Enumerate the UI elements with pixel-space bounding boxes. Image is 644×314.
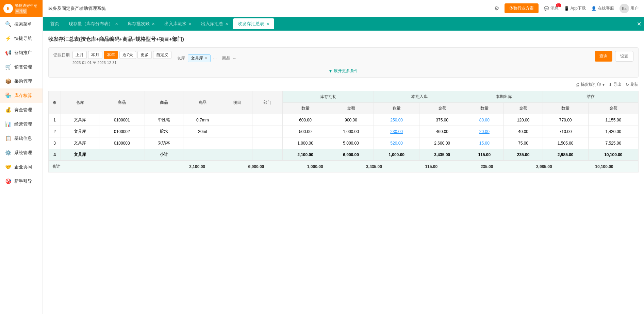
message-action[interactable]: 💬 消息 6 bbox=[544, 5, 559, 11]
quick-nav-icon: ⚡ bbox=[5, 35, 12, 42]
app-download-icon: 📱 bbox=[564, 6, 569, 11]
tab-home[interactable]: 首页 bbox=[46, 18, 64, 29]
cell-out_amt: 235.00 bbox=[504, 149, 543, 161]
tab-close-icon[interactable]: ✕ bbox=[152, 22, 155, 26]
sidebar-item-search[interactable]: 🔍 搜索菜单 bbox=[0, 17, 43, 31]
tab-close-icon[interactable]: ✕ bbox=[266, 22, 269, 26]
refresh-btn[interactable]: ↻ 刷新 bbox=[626, 82, 639, 87]
cell-out_qty[interactable]: 80.00 bbox=[465, 114, 504, 126]
main-area: 装备及固定资产辅助管理系统 ⚙ 体验行业方案 💬 消息 6 📱 App下载 👤 … bbox=[43, 0, 644, 314]
tab-flow[interactable]: 出入库流水 ✕ bbox=[160, 18, 196, 29]
product-more[interactable]: ··· bbox=[233, 56, 236, 61]
date-btn-7days[interactable]: 近7天 bbox=[119, 51, 136, 59]
date-btn-custom[interactable]: 自定义 bbox=[153, 51, 171, 59]
close-all-tabs-btn[interactable]: ✕ bbox=[637, 21, 641, 27]
warehouse-more[interactable]: ··· bbox=[213, 56, 217, 61]
date-btn-this-year[interactable]: 本年 bbox=[104, 51, 118, 59]
set-button[interactable]: 设置 bbox=[615, 51, 633, 62]
sidebar-item-label: 企业协同 bbox=[14, 164, 32, 170]
marketing-icon: 📢 bbox=[5, 50, 12, 56]
tab-close-icon[interactable]: ✕ bbox=[115, 22, 118, 26]
cell-closing_qty: 1,505.00 bbox=[543, 137, 588, 149]
date-btn-more[interactable]: 更多 bbox=[137, 51, 152, 59]
cell-in_qty[interactable]: 520.00 bbox=[374, 137, 419, 149]
query-button[interactable]: 查询 bbox=[595, 51, 612, 62]
sidebar-item-system[interactable]: ⚙️ 系统管理 bbox=[0, 146, 43, 160]
cell-closing_qty: 710.00 bbox=[543, 126, 588, 137]
sidebar-item-marketing[interactable]: 📢 营销推广 bbox=[0, 46, 43, 60]
footer-in-amt: 3,435.00 bbox=[366, 164, 382, 169]
logo-icon: 6 bbox=[3, 4, 13, 13]
avatar: Ea bbox=[620, 4, 629, 13]
sidebar-item-label: 搜索菜单 bbox=[14, 21, 32, 27]
sidebar-item-sales[interactable]: 🛒 销售管理 bbox=[0, 60, 43, 74]
cell-warehouse: 文具库 bbox=[61, 126, 99, 137]
sidebar-logo: 6 畅捷通好生意 标准版 bbox=[0, 0, 43, 17]
date-btn-last-month[interactable]: 上月 bbox=[72, 51, 87, 59]
online-service-label: 在线客服 bbox=[598, 5, 614, 11]
col-group-period-out: 本期出库 bbox=[465, 91, 543, 103]
col-opening-qty: 数量 bbox=[283, 103, 328, 114]
print-btn[interactable]: 🖨 拣货版打印 ▾ bbox=[575, 82, 605, 87]
tab-flow-label: 出入库流水 bbox=[164, 21, 186, 27]
sidebar-item-purchase[interactable]: 📦 采购管理 bbox=[0, 74, 43, 88]
cell-opening_qty: 2,100.00 bbox=[283, 149, 328, 161]
cell-out_qty[interactable]: 15.00 bbox=[465, 137, 504, 149]
cell-project bbox=[222, 114, 252, 126]
col-closing-qty: 数量 bbox=[543, 103, 588, 114]
sidebar-item-finance[interactable]: 💰 资金管理 bbox=[0, 103, 43, 117]
cell-product_name: 采访本 bbox=[145, 137, 183, 149]
col-out-qty: 数量 bbox=[465, 103, 504, 114]
filter-bar: 记账日期 上月 本月 本年 近7天 更多 自定义 2023-01-01 至 20… bbox=[48, 47, 639, 78]
purchase-icon: 📦 bbox=[5, 78, 12, 84]
sidebar-item-label: 经营管理 bbox=[14, 121, 32, 127]
sales-icon: 🛒 bbox=[5, 64, 12, 70]
tab-batch-account[interactable]: 库存批次账 ✕ bbox=[123, 18, 160, 29]
online-service-action[interactable]: 👤 在线客服 bbox=[591, 5, 614, 11]
cell-product_spec: 20ml bbox=[183, 126, 222, 137]
cell-closing_amt: 1,420.00 bbox=[588, 126, 638, 137]
user-action[interactable]: Ea 用户 bbox=[620, 4, 639, 13]
sidebar-item-basic[interactable]: 📋 基础信息 bbox=[0, 131, 43, 146]
cell-project bbox=[222, 126, 252, 137]
sidebar-item-cooperation[interactable]: 🤝 企业协同 bbox=[0, 160, 43, 174]
cell-in_amt: 2,600.00 bbox=[419, 137, 465, 149]
export-btn[interactable]: ⬇ 导出 bbox=[609, 82, 622, 87]
sidebar-item-label: 营销推广 bbox=[14, 50, 32, 56]
message-icon: 💬 bbox=[544, 6, 549, 11]
tab-inventory-dist[interactable]: 现存量（库存分布表） ✕ bbox=[64, 18, 123, 29]
app-name: 畅捷通好生意 bbox=[15, 3, 37, 8]
warehouse-filter: 仓库 文具库 ✕ ··· bbox=[177, 54, 217, 62]
expand-filter-btn[interactable]: ▼ 展开更多条件 bbox=[53, 68, 633, 74]
sidebar-item-inventory[interactable]: 🏪 库存核算 bbox=[0, 88, 43, 103]
sidebar-item-guide[interactable]: 🎯 新手引导 bbox=[0, 174, 43, 188]
cell-project bbox=[222, 137, 252, 149]
experience-btn[interactable]: 体验行业方案 bbox=[505, 3, 539, 13]
cell-out_amt: 120.00 bbox=[504, 114, 543, 126]
table-row: 3文具库0100003采访本1,000.005,000.00520.002,60… bbox=[49, 137, 639, 149]
service-icon: 👤 bbox=[591, 6, 596, 11]
tab-close-icon[interactable]: ✕ bbox=[188, 22, 192, 26]
cell-opening_amt: 1,000.00 bbox=[328, 126, 374, 137]
cell-out_qty[interactable]: 20.00 bbox=[465, 126, 504, 137]
cell-out_amt: 75.00 bbox=[504, 137, 543, 149]
tab-summary[interactable]: 出入库汇总 ✕ bbox=[196, 18, 233, 29]
cell-warehouse: 文具库 bbox=[61, 137, 99, 149]
cell-product_name: 胶水 bbox=[145, 126, 183, 137]
cell-department bbox=[252, 149, 282, 161]
cell-index: 3 bbox=[49, 137, 61, 149]
date-btn-this-month[interactable]: 本月 bbox=[88, 51, 102, 59]
sidebar-item-quick-nav[interactable]: ⚡ 快捷导航 bbox=[0, 31, 43, 46]
table-row: 2文具库0100002胶水20ml500.001,000.00230.00460… bbox=[49, 126, 639, 137]
tab-close-icon[interactable]: ✕ bbox=[225, 22, 228, 26]
settings-icon[interactable]: ⚙ bbox=[494, 5, 499, 12]
cell-in_qty[interactable]: 230.00 bbox=[374, 126, 419, 137]
col-group-period-in: 本期入库 bbox=[374, 91, 465, 103]
cell-in_qty[interactable]: 250.00 bbox=[374, 114, 419, 126]
footer-in-qty: 1,000.00 bbox=[307, 164, 323, 169]
tab-recv-send[interactable]: 收发存汇总表 ✕ bbox=[233, 18, 274, 29]
app-download-action[interactable]: 📱 App下载 bbox=[564, 5, 586, 11]
sidebar-item-operation[interactable]: 📊 经营管理 bbox=[0, 117, 43, 131]
warehouse-tag-close[interactable]: ✕ bbox=[204, 56, 208, 61]
cell-out_qty: 115.00 bbox=[465, 149, 504, 161]
